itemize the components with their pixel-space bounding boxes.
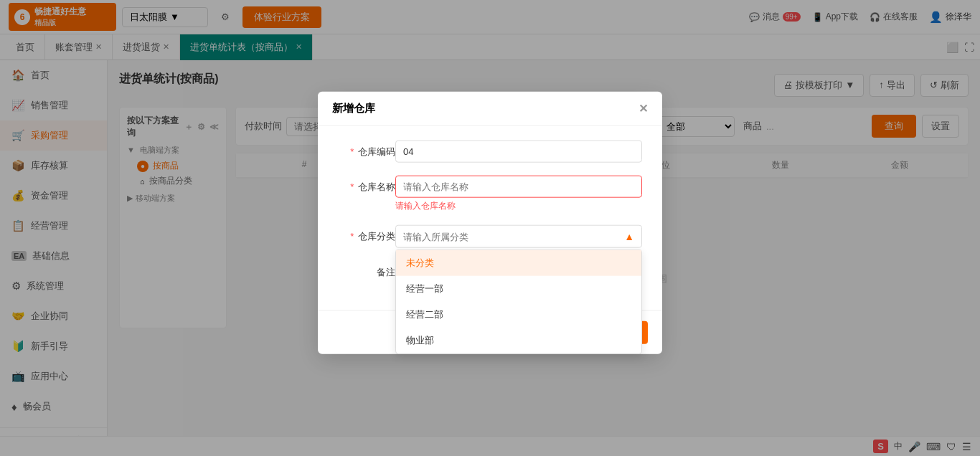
warehouse-code-input[interactable] — [395, 141, 642, 163]
add-warehouse-modal: 新增仓库 ✕ * 仓库编码 * 仓库名称 请输入仓库名称 — [318, 92, 662, 354]
dropdown-item-1[interactable]: 经营一部 — [396, 276, 641, 302]
warehouse-name-error: 请输入仓库名称 — [395, 200, 642, 212]
warehouse-name-label: * 仓库名称 — [338, 176, 395, 194]
warehouse-code-row: * 仓库编码 — [338, 141, 642, 163]
modal-close-button[interactable]: ✕ — [639, 102, 648, 115]
warehouse-category-input[interactable] — [403, 231, 624, 242]
warehouse-category-input-wrapper: ▲ 未分类 经营一部 经营二部 物业部 — [395, 225, 642, 248]
warehouse-code-label: * 仓库编码 — [338, 141, 395, 158]
dropdown-item-3[interactable]: 物业部 — [396, 328, 641, 353]
warehouse-code-input-wrapper — [395, 141, 642, 163]
warehouse-name-input[interactable] — [395, 176, 642, 198]
warehouse-category-row: * 仓库分类 ▲ 未分类 经营一部 经营二部 物业部 — [338, 225, 642, 248]
warehouse-category-dropdown: 未分类 经营一部 经营二部 物业部 — [395, 250, 642, 354]
warehouse-notes-label: 备注 — [338, 261, 395, 279]
modal-header: 新增仓库 ✕ — [318, 92, 662, 126]
warehouse-name-row: * 仓库名称 请输入仓库名称 — [338, 176, 642, 212]
dropdown-item-0[interactable]: 未分类 — [396, 250, 641, 276]
warehouse-name-input-wrapper: 请输入仓库名称 — [395, 176, 642, 212]
category-arrow-icon: ▲ — [624, 231, 634, 242]
modal-title: 新增仓库 — [332, 102, 375, 115]
dropdown-item-2[interactable]: 经营二部 — [396, 302, 641, 328]
warehouse-category-label: * 仓库分类 — [338, 225, 395, 243]
warehouse-category-dropdown-trigger[interactable]: ▲ — [395, 225, 642, 248]
modal-body: * 仓库编码 * 仓库名称 请输入仓库名称 * 仓库分类 — [318, 126, 662, 310]
